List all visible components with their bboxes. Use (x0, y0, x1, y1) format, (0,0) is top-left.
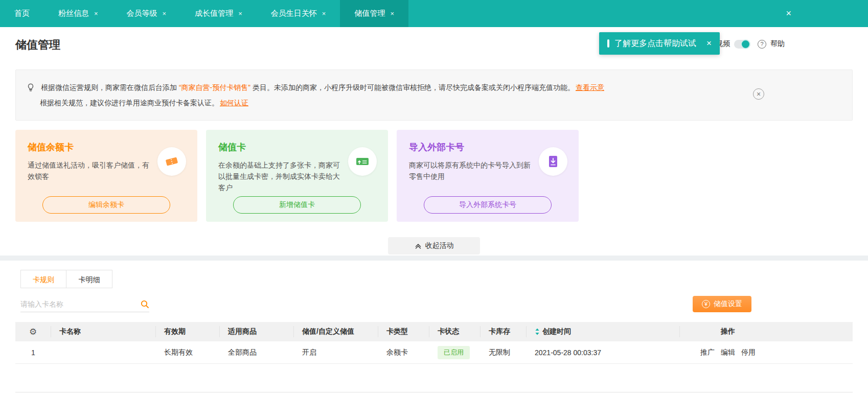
header-card-stock: 卡库存 (481, 326, 527, 337)
guide-bar-icon (607, 39, 609, 48)
tab-label: 成长值管理 (195, 9, 233, 18)
action-promote[interactable]: 推广 (700, 348, 715, 357)
card-desc: 通过储值送礼活动，吸引客户储值，有效锁客 (28, 159, 154, 182)
notice-text: 类目。未添加的商家，小程序升级时可能被微信审核拒绝，请尽快完成备案或关闭小程序端… (253, 83, 575, 91)
header-card-name: 卡名称 (51, 326, 156, 337)
panel-tabs: 卡规则 卡明细 (20, 270, 868, 288)
help-label[interactable]: 帮助 (770, 39, 785, 49)
tab-label: 会员生日关怀 (271, 9, 317, 18)
header-actions: 操作 (680, 326, 853, 337)
double-chevron-up-icon (415, 242, 422, 249)
main-section: 储值管理 了解更多点击帮助试试 × 视频 ? 帮助 (0, 27, 868, 256)
cell-applicable-goods: 全部商品 (220, 348, 294, 357)
header-stored-value: 储值/自定义储值 (294, 326, 378, 337)
card-rules-panel: 卡规则 卡明细 ¥ 储值设置 ⚙ 卡名称 (0, 261, 868, 394)
settings-button-label: 储值设置 (714, 299, 742, 309)
tab-label: 首页 (14, 9, 30, 18)
search-box (20, 296, 149, 312)
view-example-link[interactable]: 查看示意 (576, 83, 604, 91)
tab-member-level[interactable]: 会员等级 × (112, 0, 181, 27)
ticket-icon (157, 147, 186, 176)
cell-card-type: 余额卡 (378, 348, 429, 357)
next-row-divider (15, 392, 853, 392)
lightbulb-icon (26, 83, 35, 96)
tab-birthday-care[interactable]: 会员生日关怀 × (257, 0, 340, 27)
cell-index: 1 (15, 349, 51, 357)
cell-actions: 推广 编辑 停用 (680, 348, 853, 357)
card-desc: 商家可以将原有系统中的卡号导入到新零售中使用 (409, 159, 536, 182)
notice-category-text: “商家自营-预付卡销售” (179, 83, 250, 91)
import-icon (539, 147, 567, 176)
top-tab-bar: 首页 粉丝信息 × 会员等级 × 成长值管理 × 会员生日关怀 × 储值管理 ×… (0, 0, 868, 27)
toolbar: ¥ 储值设置 (20, 296, 848, 313)
header-applicable-goods: 适用商品 (220, 326, 294, 337)
help-tip-text: 了解更多点击帮助试试 (614, 38, 696, 49)
close-tab-icon[interactable]: × (390, 10, 394, 17)
action-edit[interactable]: 编辑 (721, 348, 735, 357)
close-all-tabs-icon[interactable]: × (786, 0, 791, 27)
action-disable[interactable]: 停用 (741, 348, 756, 357)
search-input[interactable] (20, 300, 140, 308)
add-stored-value-card-button[interactable]: 新增储值卡 (233, 196, 361, 214)
header-created-time: 创建时间 (527, 326, 680, 337)
close-tab-icon[interactable]: × (163, 10, 167, 17)
collapse-activities-button[interactable]: 收起活动 (388, 237, 480, 254)
cell-card-stock: 无限制 (481, 348, 527, 357)
tab-label: 粉丝信息 (58, 9, 89, 18)
import-external-card-panel: 导入外部卡号 商家可以将原有系统中的卡号导入到新零售中使用 导入外部系统卡号 (397, 130, 579, 222)
table-row: 1 长期有效 全部商品 开启 余额卡 已启用 无限制 2021-05-28 00… (15, 341, 853, 364)
stored-value-card-panel: 储值卡 在余额的基础上支持了多张卡，商家可以批量生成卡密，并制成实体卡卖给大客户… (206, 130, 388, 222)
header-controls: 视频 ? 帮助 (716, 39, 785, 49)
activity-cards: 储值余额卡 通过储值送礼活动，吸引客户储值，有效锁客 编辑余额卡 储值卡 在余额… (15, 130, 853, 222)
balance-card-panel: 储值余额卡 通过储值送礼活动，吸引客户储值，有效锁客 编辑余额卡 (15, 130, 197, 222)
edit-balance-card-button[interactable]: 编辑余额卡 (42, 196, 170, 214)
cell-card-status: 已启用 (429, 346, 481, 359)
cell-validity: 长期有效 (156, 348, 220, 357)
header-created-label: 创建时间 (542, 327, 571, 336)
how-to-certify-link[interactable]: 如何认证 (220, 99, 248, 107)
stored-value-settings-button[interactable]: ¥ 储值设置 (693, 296, 751, 312)
tab-label: 会员等级 (127, 9, 157, 18)
tab-growth-value[interactable]: 成长值管理 × (180, 0, 257, 27)
help-icon[interactable]: ? (758, 40, 766, 49)
tab-home[interactable]: 首页 (0, 0, 44, 27)
column-settings-icon[interactable]: ⚙ (29, 327, 37, 337)
tab-card-rules[interactable]: 卡规则 (20, 270, 66, 288)
notice-text: 根据相关规范，建议你进行单用途商业预付卡备案认证。 (40, 99, 219, 107)
notice-line-1: 根据微信运营规则，商家需在微信后台添加“商家自营-预付卡销售”类目。未添加的商家… (26, 81, 842, 96)
header-card-type: 卡类型 (378, 326, 429, 337)
toggle-knob-icon (741, 39, 750, 49)
close-tab-icon[interactable]: × (238, 10, 242, 17)
video-toggle[interactable] (734, 40, 750, 49)
help-tip-close-icon[interactable]: × (706, 38, 712, 49)
tab-stored-value[interactable]: 储值管理 × (340, 0, 408, 27)
help-tooltip: 了解更多点击帮助试试 × (599, 32, 720, 55)
tab-fan-info[interactable]: 粉丝信息 × (44, 0, 112, 27)
tab-label: 储值管理 (354, 9, 385, 18)
header-card-status: 卡状态 (429, 326, 481, 337)
tab-card-details[interactable]: 卡明细 (66, 270, 112, 288)
close-tab-icon[interactable]: × (322, 10, 326, 17)
table-header-row: ⚙ 卡名称 有效期 适用商品 储值/自定义储值 卡类型 卡状态 卡库存 创建 (15, 322, 853, 341)
header-validity: 有效期 (156, 326, 220, 337)
yen-icon: ¥ (702, 300, 710, 308)
app-window: 首页 粉丝信息 × 会员等级 × 成长值管理 × 会员生日关怀 × 储值管理 ×… (0, 0, 868, 394)
sort-icon[interactable] (535, 328, 540, 336)
notice-text: 根据微信运营规则，商家需在微信后台添加 (41, 83, 177, 91)
page-header: 储值管理 了解更多点击帮助试试 × 视频 ? 帮助 (0, 27, 868, 60)
card-rules-table: ⚙ 卡名称 有效期 适用商品 储值/自定义储值 卡类型 卡状态 卡库存 创建 (15, 322, 853, 364)
import-external-cards-button[interactable]: 导入外部系统卡号 (424, 196, 552, 214)
notice-close-icon[interactable]: × (753, 88, 764, 100)
header-settings-cell: ⚙ (15, 326, 51, 337)
card-desc: 在余额的基础上支持了多张卡，商家可以批量生成卡密，并制成实体卡卖给大客户 (218, 159, 345, 193)
cell-created-time: 2021-05-28 00:03:37 (527, 349, 680, 357)
notice-line-2: 根据相关规范，建议你进行单用途商业预付卡备案认证。如何认证 (26, 96, 842, 109)
card-upload-icon (348, 147, 377, 176)
status-badge: 已启用 (438, 346, 470, 359)
cell-stored-value: 开启 (294, 348, 378, 357)
collapse-label: 收起活动 (425, 241, 454, 250)
search-icon[interactable] (140, 299, 149, 309)
compliance-notice: 根据微信运营规则，商家需在微信后台添加“商家自营-预付卡销售”类目。未添加的商家… (15, 69, 853, 121)
close-tab-icon[interactable]: × (94, 10, 98, 17)
